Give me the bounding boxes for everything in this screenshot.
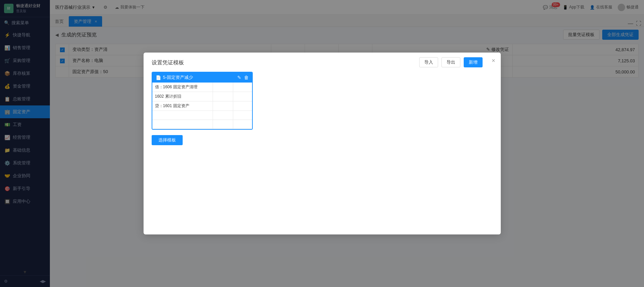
template-debit-cell bbox=[213, 92, 233, 101]
template-delete-button[interactable]: 🗑 bbox=[244, 75, 249, 80]
template-account-cell: 借：1606 固定资产清理 bbox=[152, 83, 213, 92]
modal-close-button[interactable]: × bbox=[492, 57, 495, 64]
template-header-actions: ✎ 🗑 bbox=[237, 75, 249, 80]
choose-template-button[interactable]: 选择模板 bbox=[152, 135, 183, 145]
template-debit-cell bbox=[213, 101, 233, 110]
new-template-button[interactable]: 新增 bbox=[464, 57, 483, 67]
modal-action-buttons: 导入 导出 新增 bbox=[419, 57, 483, 67]
template-account-cell: 1602 累计折旧 bbox=[152, 92, 213, 101]
template-card: 📄 5-固定资产减少 ✎ 🗑 借：1606 固定资产清理 1602 累计折旧 bbox=[152, 72, 253, 130]
template-debit-cell bbox=[213, 83, 233, 92]
template-doc-icon: 📄 bbox=[156, 75, 161, 80]
template-empty-cell bbox=[213, 111, 233, 120]
template-row: 贷：1601 固定资产 bbox=[152, 101, 252, 111]
modal-body: 📄 5-固定资产减少 ✎ 🗑 借：1606 固定资产清理 1602 累计折旧 bbox=[144, 72, 501, 153]
template-credit-cell bbox=[233, 83, 253, 92]
template-empty-cell bbox=[213, 120, 233, 129]
template-account-cell: 贷：1601 固定资产 bbox=[152, 101, 213, 110]
template-credit-cell bbox=[233, 92, 253, 101]
template-row: 1602 累计折旧 bbox=[152, 92, 252, 101]
template-title: 5-固定资产减少 bbox=[163, 74, 193, 81]
template-empty-cell bbox=[233, 111, 253, 120]
template-card-body: 借：1606 固定资产清理 1602 累计折旧 贷：1601 固定资产 bbox=[152, 83, 252, 129]
template-empty-cell bbox=[233, 120, 253, 129]
template-credit-cell bbox=[233, 101, 253, 110]
export-button[interactable]: 导出 bbox=[441, 57, 460, 67]
template-empty-row bbox=[152, 120, 252, 129]
template-edit-button[interactable]: ✎ bbox=[237, 75, 241, 80]
template-row: 借：1606 固定资产清理 bbox=[152, 83, 252, 92]
template-card-header: 📄 5-固定资产减少 ✎ 🗑 bbox=[152, 72, 252, 83]
template-empty-cell bbox=[152, 120, 213, 129]
template-empty-row bbox=[152, 111, 252, 120]
template-empty-cell bbox=[152, 111, 213, 120]
import-button[interactable]: 导入 bbox=[419, 57, 438, 67]
template-modal: 设置凭证模板 导入 导出 新增 × 📄 5-固定资产减少 ✎ 🗑 借：1606 … bbox=[144, 53, 501, 234]
